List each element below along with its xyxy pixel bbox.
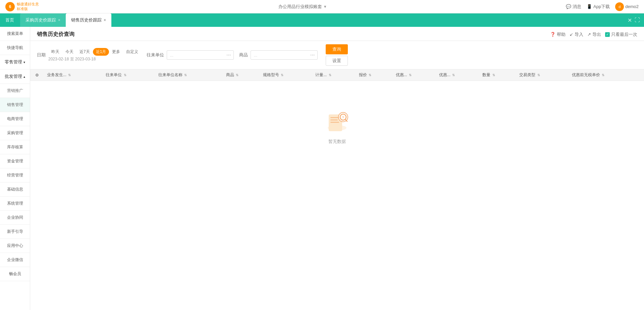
sidebar-item-new-guide[interactable]: 新手引导 bbox=[0, 225, 30, 239]
date-btn-today[interactable]: 今天 bbox=[62, 48, 76, 56]
date-btn-custom[interactable]: 自定义 bbox=[123, 48, 141, 56]
product-filter-group: 商品 ... ··· bbox=[239, 50, 318, 60]
product-label: 商品 bbox=[239, 52, 248, 58]
th-partner-code[interactable]: 往来单位 ⇅ bbox=[102, 69, 155, 81]
sidebar-item-inventory[interactable]: 库存核算 bbox=[0, 140, 30, 154]
th-partner-name[interactable]: 往来单位名称 ⇅ bbox=[155, 69, 223, 81]
sidebar-item-search-menu[interactable]: 搜索菜单 bbox=[0, 27, 30, 41]
sort-icon-pre-tax-price: ⇅ bbox=[602, 73, 604, 77]
date-btn-more[interactable]: 更多 bbox=[109, 48, 123, 56]
tab-bar: 首页 采购历史价跟踪 × 销售历史价跟踪 × ✕ ⛶ bbox=[0, 13, 644, 27]
sort-icon-product: ⇅ bbox=[236, 73, 238, 77]
top-bar: 6 畅捷通好生意 标准版 办公用品行业模拟账套 ▾ 💬 消息 📱 App下载 d… bbox=[0, 0, 644, 13]
svg-rect-4 bbox=[330, 122, 339, 123]
phone-icon: 📱 bbox=[587, 4, 592, 9]
logo-text: 畅捷通好生意 标准版 bbox=[17, 2, 39, 11]
tab-sales-close-icon[interactable]: × bbox=[104, 18, 106, 22]
dropdown-icon[interactable]: ▾ bbox=[324, 4, 326, 9]
gear-icon[interactable]: ⚙ bbox=[35, 73, 39, 78]
th-discount2[interactable]: 优惠... ⇅ bbox=[436, 69, 479, 81]
help-btn[interactable]: ❓ 帮助 bbox=[550, 32, 566, 38]
export-icon: ↗ bbox=[587, 32, 591, 37]
action-buttons: 查询 设置 bbox=[326, 44, 348, 66]
table-header-row: ⚙ 业务发生... ⇅ 往来单位 ⇅ 往来单位名称 ⇅ bbox=[30, 69, 644, 81]
sidebar-item-vip[interactable]: 畅会员 bbox=[0, 267, 30, 281]
export-btn[interactable]: ↗ 导出 bbox=[587, 32, 601, 38]
filter-bar: 日期 昨天 今天 近7天 近1月 更多 自定义 2023-02-18 至 202… bbox=[30, 41, 644, 69]
top-bar-left: 6 畅捷通好生意 标准版 bbox=[5, 2, 39, 11]
th-qty[interactable]: 数量 ⇅ bbox=[479, 69, 516, 81]
sidebar-item-finance[interactable]: 资金管理 bbox=[0, 154, 30, 168]
sidebar-item-purchase-mgmt[interactable]: 采购管理 bbox=[0, 126, 30, 140]
table-area: ⚙ 业务发生... ⇅ 往来单位 ⇅ 往来单位名称 ⇅ bbox=[30, 69, 644, 310]
tab-sales-history[interactable]: 销售历史价跟踪 × bbox=[66, 13, 111, 27]
tab-close-all-btn[interactable]: ✕ bbox=[628, 17, 632, 23]
tab-bar-actions: ✕ ⛶ bbox=[628, 17, 644, 23]
empty-text: 暂无数据 bbox=[328, 139, 346, 145]
top-bar-right: 💬 消息 📱 App下载 d demo2 bbox=[566, 2, 639, 11]
only-last-checkbox[interactable]: ✓ 只看最后一次 bbox=[605, 32, 637, 38]
th-unit[interactable]: 计量... ⇅ bbox=[312, 69, 355, 81]
sidebar-item-operations[interactable]: 经营管理 bbox=[0, 168, 30, 183]
user-avatar-area[interactable]: d demo2 bbox=[615, 2, 639, 11]
date-btn-yesterday[interactable]: 昨天 bbox=[48, 48, 62, 56]
sidebar-item-enterprise-coop[interactable]: 企业协同 bbox=[0, 211, 30, 225]
app-download-btn[interactable]: 📱 App下载 bbox=[587, 4, 610, 10]
date-btn-7days[interactable]: 近7天 bbox=[76, 48, 93, 56]
page-header: 销售历史价查询 ❓ 帮助 ↙ 导入 ↗ 导出 ✓ 只看最后一次 bbox=[30, 27, 644, 41]
sort-icon-trade-type: ⇅ bbox=[537, 73, 540, 77]
sidebar-item-retail-mgmt[interactable]: 零售管理 ▾ bbox=[0, 55, 30, 69]
message-btn[interactable]: 💬 消息 bbox=[566, 4, 581, 10]
partner-input[interactable]: ... ··· bbox=[167, 50, 234, 60]
data-table: ⚙ 业务发生... ⇅ 往来单位 ⇅ 往来单位名称 ⇅ bbox=[30, 69, 644, 81]
import-btn[interactable]: ↙ 导入 bbox=[570, 32, 583, 38]
date-btn-1month[interactable]: 近1月 bbox=[93, 48, 109, 56]
th-spec[interactable]: 规格型号 ⇅ bbox=[260, 69, 312, 81]
tab-expand-btn[interactable]: ⛶ bbox=[635, 17, 640, 23]
help-icon: ❓ bbox=[550, 32, 555, 37]
chevron-up-icon: ▴ bbox=[23, 75, 25, 79]
page-actions: ❓ 帮助 ↙ 导入 ↗ 导出 ✓ 只看最后一次 bbox=[550, 32, 637, 38]
content-area: 销售历史价查询 ❓ 帮助 ↙ 导入 ↗ 导出 ✓ 只看最后一次 bbox=[30, 27, 644, 310]
sidebar-item-enterprise-wechat[interactable]: 企业微信 bbox=[0, 253, 30, 267]
header-title-area: 办公用品行业模拟账套 ▾ bbox=[278, 4, 326, 10]
empty-state: ? 暂无数据 bbox=[30, 81, 644, 171]
sidebar-item-basic-info[interactable]: 基础信息 bbox=[0, 183, 30, 197]
header-title: 办公用品行业模拟账套 bbox=[278, 4, 322, 10]
page-title: 销售历史价查询 bbox=[37, 31, 74, 38]
query-button[interactable]: 查询 bbox=[326, 44, 348, 54]
th-biz-date[interactable]: 业务发生... ⇅ bbox=[44, 69, 102, 81]
sidebar: 搜索菜单 快捷导航 零售管理 ▾ 批发管理 ▴ 营销推广 销售管理 电商管理 采… bbox=[0, 27, 30, 310]
tab-purchase-close-icon[interactable]: × bbox=[58, 18, 60, 22]
th-discount1[interactable]: 优惠... ⇅ bbox=[392, 69, 436, 81]
sidebar-item-marketing[interactable]: 营销推广 bbox=[0, 84, 30, 98]
svg-text:?: ? bbox=[342, 116, 344, 119]
tab-home[interactable]: 首页 bbox=[0, 13, 19, 27]
date-label: 日期 bbox=[37, 52, 46, 58]
sidebar-item-system-mgmt[interactable]: 系统管理 bbox=[0, 197, 30, 211]
th-quote[interactable]: 报价 ⇅ bbox=[356, 69, 392, 81]
sort-icon-quote: ⇅ bbox=[369, 73, 371, 77]
date-filter-group: 日期 昨天 今天 近7天 近1月 更多 自定义 2023-02-18 至 202… bbox=[37, 48, 141, 62]
sort-icon-spec: ⇅ bbox=[281, 73, 283, 77]
logo-area: 6 畅捷通好生意 标准版 bbox=[5, 2, 39, 11]
avatar: d bbox=[615, 2, 624, 11]
chevron-down-icon: ▾ bbox=[23, 60, 25, 64]
import-icon: ↙ bbox=[570, 32, 573, 37]
product-input-dots: ··· bbox=[310, 52, 315, 58]
sidebar-item-quick-nav[interactable]: 快捷导航 bbox=[0, 41, 30, 55]
th-gear: ⚙ bbox=[30, 69, 44, 81]
sort-icon-unit: ⇅ bbox=[329, 73, 331, 77]
product-input[interactable]: ... ··· bbox=[251, 50, 318, 60]
sidebar-item-sales-mgmt[interactable]: 销售管理 bbox=[0, 98, 30, 112]
main-layout: 搜索菜单 快捷导航 零售管理 ▾ 批发管理 ▴ 营销推广 销售管理 电商管理 采… bbox=[0, 27, 644, 310]
th-pre-tax-price[interactable]: 优惠前无税单价 ⇅ bbox=[569, 69, 644, 81]
sidebar-item-ecommerce[interactable]: 电商管理 bbox=[0, 112, 30, 126]
empty-icon: ? bbox=[324, 108, 351, 135]
sidebar-item-app-center[interactable]: 应用中心 bbox=[0, 239, 30, 253]
th-trade-type[interactable]: 交易类型 ⇅ bbox=[516, 69, 568, 81]
settings-button[interactable]: 设置 bbox=[326, 56, 348, 66]
tab-purchase-history[interactable]: 采购历史价跟踪 × bbox=[20, 13, 66, 27]
sidebar-item-wholesale-mgmt[interactable]: 批发管理 ▴ bbox=[0, 69, 30, 84]
th-product[interactable]: 商品 ⇅ bbox=[223, 69, 260, 81]
